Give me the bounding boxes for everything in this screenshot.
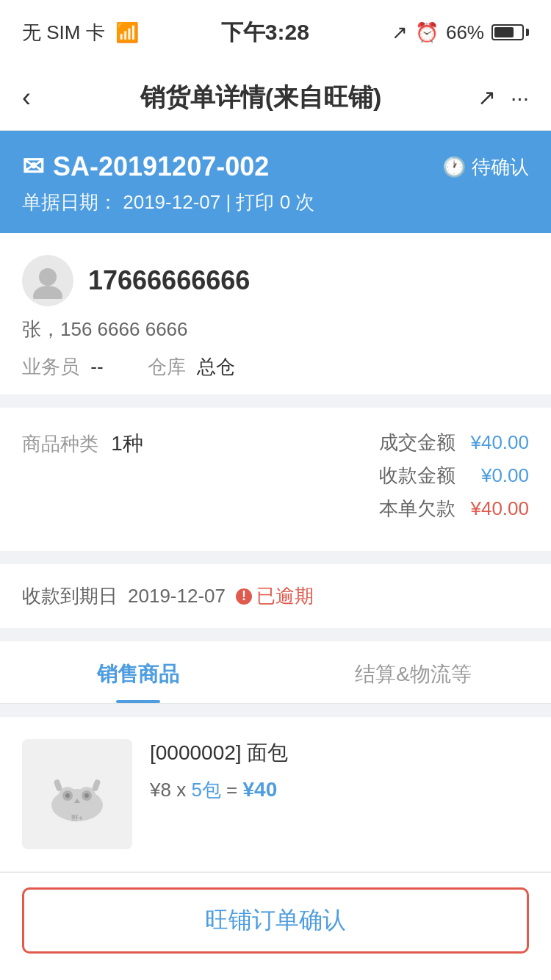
summary-section: 商品种类 1种 成交金额 ¥40.00 收款金额 ¥0.00 本单欠款 ¥40.… <box>0 408 551 551</box>
customer-name: 张，156 6666 6666 <box>22 317 529 342</box>
deal-amount-value: ¥40.00 <box>470 431 529 454</box>
product-code: [0000002] <box>150 741 242 764</box>
more-icon[interactable]: ··· <box>511 85 529 110</box>
tab-sales-products[interactable]: 销售商品 <box>0 641 276 703</box>
tabs-section: 销售商品 结算&物流等 <box>0 641 551 704</box>
warehouse-label: 仓库 <box>148 356 186 378</box>
date-label: 单据日期： <box>22 191 118 213</box>
salesperson-value: -- <box>90 356 103 378</box>
customer-phone: 17666666666 <box>88 265 250 296</box>
order-id: ✉ SA-20191207-002 <box>22 151 269 182</box>
svg-point-8 <box>84 793 89 798</box>
time-display: 下午3:28 <box>221 18 309 48</box>
status-left: 无 SIM 卡 📶 <box>22 20 139 46</box>
customer-meta: 业务员 -- 仓库 总仓 <box>22 354 529 380</box>
overdue-badge: ! 已逾期 <box>236 583 314 609</box>
svg-text:野+: 野+ <box>71 814 83 822</box>
svg-point-7 <box>65 793 70 798</box>
overdue-dot-icon: ! <box>236 588 252 605</box>
battery-percent: 66% <box>446 21 484 44</box>
wifi-icon: 📶 <box>115 21 139 44</box>
order-date-value: 2019-12-07 <box>123 191 220 213</box>
price-unit: ¥8 <box>150 779 171 801</box>
status-text: 待确认 <box>472 154 529 180</box>
alarm-icon: ⏰ <box>415 21 439 44</box>
product-title: 面包 <box>247 741 288 764</box>
equals-sign: = <box>226 779 242 801</box>
customer-avatar <box>22 255 73 306</box>
product-quantity: 5包 <box>191 779 220 801</box>
salesperson-info: 业务员 -- <box>22 354 104 380</box>
battery-icon <box>491 24 529 40</box>
warehouse-value: 总仓 <box>197 356 235 378</box>
back-button[interactable]: ‹ <box>22 82 66 113</box>
confirm-order-button[interactable]: 旺铺订单确认 <box>22 887 529 954</box>
svg-point-1 <box>33 286 62 299</box>
status-right: ↗ ⏰ 66% <box>392 21 529 44</box>
product-name: [0000002] 面包 <box>150 739 529 767</box>
order-header: ✉ SA-20191207-002 🕐 待确认 单据日期： 2019-12-07… <box>0 131 551 233</box>
tab-settlement[interactable]: 结算&物流等 <box>276 641 551 703</box>
salesperson-label: 业务员 <box>22 356 79 378</box>
tab-settlement-label: 结算&物流等 <box>355 663 472 685</box>
collected-label: 收款金额 <box>379 463 455 489</box>
due-date-section: 收款到期日 2019-12-07 ! 已逾期 <box>0 564 551 628</box>
deal-amount-label: 成交金额 <box>379 430 455 455</box>
deal-amount-row: 成交金额 ¥40.00 <box>379 430 529 455</box>
page-title: 销货单详情(来自旺铺) <box>66 81 455 115</box>
carrier-label: 无 SIM 卡 <box>22 20 105 46</box>
due-date-value: 2019-12-07 <box>128 585 226 608</box>
nav-actions: ↗ ··· <box>455 84 529 110</box>
owing-value: ¥40.00 <box>470 497 529 520</box>
order-date-row: 单据日期： 2019-12-07 | 打印 0 次 <box>22 190 529 215</box>
status-clock-icon: 🕐 <box>442 156 466 179</box>
owing-row: 本单欠款 ¥40.00 <box>379 496 529 522</box>
collected-value: ¥0.00 <box>481 464 529 487</box>
customer-section: 17666666666 张，156 6666 6666 业务员 -- 仓库 总仓 <box>0 233 551 394</box>
product-type-section: 商品种类 1种 <box>22 430 143 458</box>
owing-label: 本单欠款 <box>379 496 455 522</box>
svg-point-0 <box>39 268 57 286</box>
location-icon: ↗ <box>392 21 408 44</box>
due-date-label: 收款到期日 <box>22 583 118 609</box>
warehouse-info: 仓库 总仓 <box>148 354 235 380</box>
amount-section: 成交金额 ¥40.00 收款金额 ¥0.00 本单欠款 ¥40.00 <box>379 430 529 529</box>
share-icon[interactable]: ↗ <box>478 84 496 110</box>
date-separator: | <box>226 191 236 213</box>
product-thumbnail: 野+ <box>22 739 132 849</box>
status-bar: 无 SIM 卡 📶 下午3:28 ↗ ⏰ 66% <box>0 0 551 65</box>
product-total: ¥40 <box>243 778 278 801</box>
order-icon: ✉ <box>22 151 44 182</box>
multiply-sign: x <box>176 779 191 801</box>
product-details: [0000002] 面包 ¥8 x 5包 = ¥40 <box>150 739 529 803</box>
product-item: 野+ [0000002] 面包 ¥8 x 5包 = ¥40 <box>0 717 551 871</box>
print-info: 打印 0 次 <box>236 191 314 213</box>
overdue-text: 已逾期 <box>256 583 314 609</box>
product-type-label: 商品种类 <box>22 433 98 455</box>
product-type-value: 1种 <box>111 432 143 455</box>
bottom-bar: 旺铺订单确认 <box>0 872 551 980</box>
nav-bar: ‹ 销货单详情(来自旺铺) ↗ ··· <box>0 65 551 131</box>
order-status: 🕐 待确认 <box>442 154 529 180</box>
product-price: ¥8 x 5包 = ¥40 <box>150 777 529 803</box>
collected-row: 收款金额 ¥0.00 <box>379 463 529 489</box>
order-id-value: SA-20191207-002 <box>53 151 269 182</box>
tab-products-label: 销售商品 <box>97 663 179 685</box>
